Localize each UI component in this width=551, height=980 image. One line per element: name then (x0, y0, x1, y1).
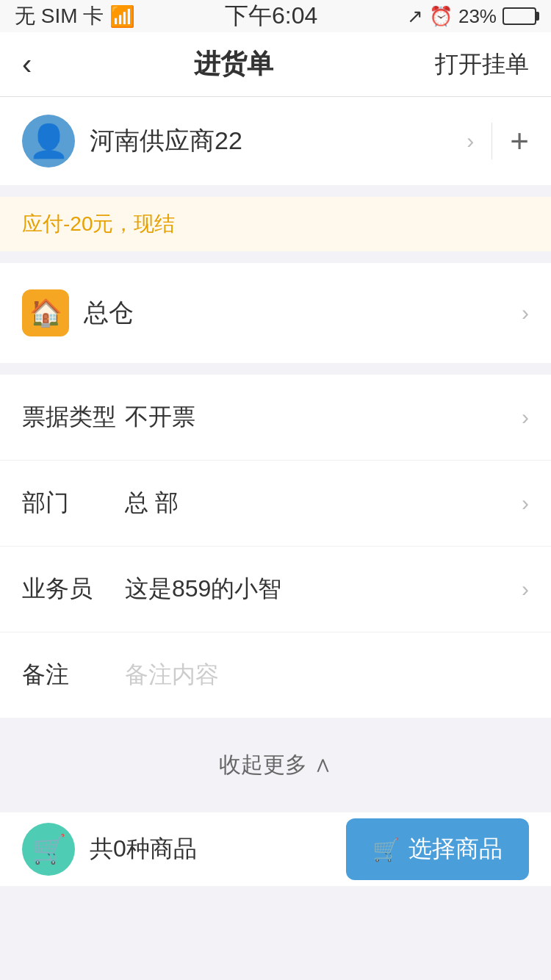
status-time: 下午6:04 (225, 0, 317, 32)
chevron-right-icon: › (522, 300, 529, 325)
salesperson-row[interactable]: 业务员 这是859的小智 › (0, 547, 551, 633)
remark-input[interactable]: 备注内容 (125, 659, 529, 691)
department-label: 部门 (22, 487, 125, 519)
notice-text: 应付-20元，现结 (22, 212, 175, 235)
wifi-icon: 📶 (109, 4, 135, 29)
avatar: 👤 (22, 115, 75, 167)
page-title: 进货单 (194, 46, 273, 82)
chevron-right-icon: › (522, 577, 529, 602)
remark-label: 备注 (22, 659, 125, 691)
chevron-right-icon: › (522, 405, 529, 430)
battery-percent: 23% (458, 5, 497, 28)
bottom-bar: 🛒 共0种商品 🛒 选择商品 (0, 813, 551, 886)
product-icon: 🛒 (32, 833, 66, 865)
status-bar: 无 SIM 卡 📶 下午6:04 ↗ ⏰ 23% (0, 0, 551, 32)
chevron-right-icon: › (467, 129, 474, 154)
ticket-type-row[interactable]: 票据类型 不开票 › (0, 375, 551, 461)
ticket-type-value: 不开票 (125, 401, 522, 433)
salesperson-value: 这是859的小智 (125, 573, 522, 605)
vertical-divider (491, 123, 492, 159)
chevron-right-icon: › (522, 491, 529, 516)
salesperson-label: 业务员 (22, 573, 125, 605)
supplier-row[interactable]: 👤 河南供应商22 › + (0, 97, 551, 185)
form-section: 票据类型 不开票 › 部门 总 部 › 业务员 这是859的小智 › 备注 备注… (0, 375, 551, 718)
remark-row[interactable]: 备注 备注内容 (0, 633, 551, 718)
battery-icon (503, 7, 536, 25)
add-supplier-button[interactable]: + (510, 123, 529, 159)
department-row[interactable]: 部门 总 部 › (0, 461, 551, 547)
warehouse-label: 总仓 (84, 296, 522, 330)
supplier-name: 河南供应商22 (90, 124, 467, 158)
warehouse-row[interactable]: 🏠 总仓 › (0, 263, 551, 363)
status-indicators: ↗ ⏰ 23% (407, 5, 536, 28)
content-area: 👤 河南供应商22 › + 应付-20元，现结 🏠 总仓 › 票据类型 不开票 … (0, 97, 551, 980)
collapse-button[interactable]: 收起更多 ∧ (0, 729, 551, 801)
supplier-section: 👤 河南供应商22 › + (0, 97, 551, 185)
location-icon: ↗ (407, 5, 423, 28)
select-product-icon: 🛒 (372, 837, 400, 862)
warehouse-section: 🏠 总仓 › (0, 263, 551, 363)
department-value: 总 部 (125, 487, 522, 519)
warehouse-icon: 🏠 (29, 298, 62, 328)
ticket-type-label: 票据类型 (22, 401, 125, 433)
back-button[interactable]: ‹ (22, 48, 32, 81)
carrier-text: 无 SIM 卡 (15, 2, 104, 30)
notice-bar: 应付-20元，现结 (0, 197, 551, 251)
page-footer (0, 886, 551, 980)
status-carrier: 无 SIM 卡 📶 (15, 2, 135, 30)
warehouse-icon-wrap: 🏠 (22, 289, 69, 336)
select-product-button[interactable]: 🛒 选择商品 (346, 818, 529, 880)
open-pending-button[interactable]: 打开挂单 (435, 48, 529, 81)
product-count: 共0种商品 (90, 833, 346, 865)
nav-bar: ‹ 进货单 打开挂单 (0, 32, 551, 97)
select-product-label: 选择商品 (408, 833, 503, 865)
product-icon-wrap: 🛒 (22, 823, 75, 876)
avatar-icon: 👤 (29, 122, 69, 160)
alarm-icon: ⏰ (429, 5, 453, 28)
